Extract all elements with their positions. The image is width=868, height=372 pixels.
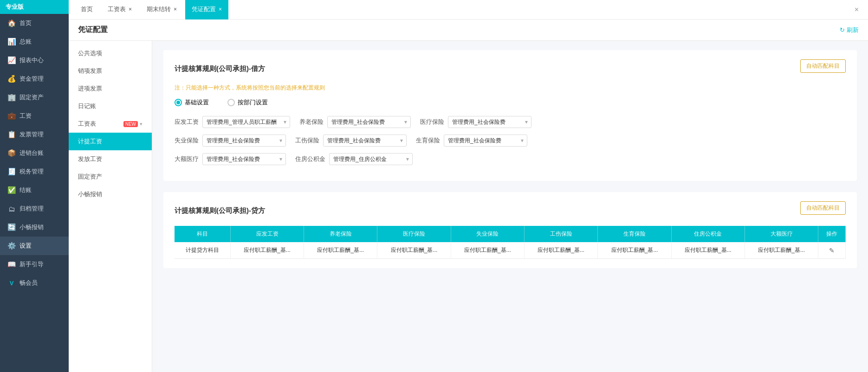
tab-period-closing[interactable]: 期末结转 ×	[140, 0, 183, 19]
field-shengyu: 生育保险 管理费用_社会保险费	[416, 135, 527, 147]
credit-section: 计提核算规则(公司承担)-贷方 自动匹配科目 科目 应发工资 养老保险 医疗保险…	[163, 192, 857, 268]
close-tab-voucher-icon[interactable]: ×	[219, 6, 222, 13]
select-dae[interactable]: 管理费用_社会保险费	[202, 153, 286, 165]
sidebar-item-tax[interactable]: 🧾 税务管理	[0, 162, 69, 181]
sidebar-item-closing[interactable]: ✅ 结账	[0, 181, 69, 199]
tab-bar: 首页 工资表 × 期末结转 × 凭证配置 × ×	[69, 0, 868, 19]
debit-section: 计提核算规则(公司承担)-借方 自动匹配科目 注：只能选择一种方式，系统将按照您…	[163, 50, 857, 181]
col-subject: 科目	[175, 226, 230, 242]
sidebar-item-archive[interactable]: 🗂 归档管理	[0, 199, 69, 218]
label-yanglao: 养老保险	[299, 118, 324, 126]
nav-xiaochang-expense[interactable]: 小畅报销	[69, 186, 152, 203]
select-dae-wrapper: 管理费用_社会保险费	[202, 153, 286, 165]
col-shiye: 失业保险	[451, 226, 524, 242]
sidebar-item-fixed-assets[interactable]: 🏢 固定资产	[0, 88, 69, 107]
nav-payroll-table[interactable]: 工资表 NEW ▾	[69, 115, 152, 133]
sidebar-item-purchase-sales[interactable]: 📦 进销台账	[0, 144, 69, 162]
col-yiliao: 医疗保险	[377, 226, 451, 242]
radio-basic-setup[interactable]: 基础设置	[175, 98, 209, 107]
label-gongshang: 工伤保险	[295, 136, 319, 145]
cell-yiliao: 应付职工薪酬_基...	[377, 242, 451, 259]
sidebar-item-settings[interactable]: ⚙️ 设置	[0, 237, 69, 255]
sidebar-item-report-center[interactable]: 📈 报表中心	[0, 51, 69, 70]
archive-icon: 🗂	[7, 205, 16, 213]
tab-voucher-config[interactable]: 凭证配置 ×	[185, 0, 228, 19]
col-gongjijin: 住房公积金	[671, 226, 745, 242]
cell-yanglao: 应付职工薪酬_基...	[304, 242, 377, 259]
sidebar-item-member[interactable]: V 畅会员	[0, 274, 69, 292]
field-dae-yiliao: 大额医疗 管理费用_社会保险费	[175, 153, 286, 165]
select-yanglao[interactable]: 管理费用_社会保险费	[327, 116, 411, 128]
col-action: 操作	[818, 226, 846, 242]
tax-icon: 🧾	[7, 167, 16, 176]
sidebar-item-home[interactable]: 🏠 首页	[0, 14, 69, 32]
debit-note: 注：只能选择一种方式，系统将按照您当前的选择来配置规则	[175, 84, 846, 92]
nav-debit-invoice[interactable]: 进项发票	[69, 80, 152, 97]
select-shengyu[interactable]: 管理费用_社会保险费	[444, 135, 527, 147]
closing-icon: ✅	[7, 186, 16, 194]
report-icon: 📈	[7, 56, 16, 64]
close-tab-period-icon[interactable]: ×	[174, 6, 177, 13]
col-shengyu: 生育保险	[598, 226, 671, 242]
sidebar-item-label: 工资	[19, 112, 32, 120]
nav-payroll-issue[interactable]: 发放工资	[69, 150, 152, 168]
label-dae: 大额医疗	[175, 155, 199, 163]
table-header-row: 科目 应发工资 养老保险 医疗保险 失业保险 工伤保险 生育保险 住房公积金 大…	[175, 226, 846, 242]
nav-fixed-assets[interactable]: 固定资产	[69, 168, 152, 186]
payroll-icon: 💼	[7, 112, 16, 120]
select-yiliao-wrapper: 管理费用_社会保险费	[448, 116, 531, 128]
radio-dept-setup[interactable]: 按部门设置	[227, 98, 268, 107]
debit-section-top: 计提核算规则(公司承担)-借方 自动匹配科目	[175, 59, 846, 78]
credit-auto-match-button[interactable]: 自动匹配科目	[800, 201, 846, 215]
select-yingfa[interactable]: 管理费用_管理人员职工薪酬	[202, 116, 290, 128]
edit-icon[interactable]: ✎	[829, 247, 835, 254]
sidebar-item-xiaochang-report[interactable]: 🔄 小畅报销	[0, 218, 69, 237]
label-yingfa: 应发工资	[175, 118, 199, 126]
nav-journal[interactable]: 日记账	[69, 97, 152, 115]
main-area: 首页 工资表 × 期末结转 × 凭证配置 × × 凭证配置 ↻ 刷新 公共选项	[69, 0, 868, 372]
sidebar-item-label: 进销台账	[19, 149, 44, 157]
sidebar-item-label: 报表中心	[19, 56, 44, 64]
sidebar-item-guide[interactable]: 📖 新手引导	[0, 255, 69, 274]
window-close-icon[interactable]: ×	[851, 6, 862, 14]
sidebar-item-label: 税务管理	[19, 167, 44, 176]
tab-payroll-table[interactable]: 工资表 ×	[101, 0, 138, 19]
nav-credit-invoice[interactable]: 销项发票	[69, 62, 152, 80]
sidebar-item-label: 总账	[19, 38, 32, 46]
select-shiye[interactable]: 管理费用_社会保险费	[202, 135, 286, 147]
nav-payroll-calc[interactable]: 计提工资	[69, 133, 152, 150]
sidebar-item-payroll[interactable]: 💼 工资	[0, 107, 69, 125]
select-gongshang[interactable]: 管理费用_社会保险费	[323, 135, 407, 147]
cell-subject: 计提贷方科目	[175, 242, 230, 259]
close-tab-payroll-icon[interactable]: ×	[129, 6, 132, 13]
page-header: 凭证配置 ↻ 刷新	[69, 19, 868, 41]
sidebar-item-label: 畅会员	[19, 279, 38, 287]
invoice-icon: 📋	[7, 130, 16, 139]
sidebar-item-label: 固定资产	[19, 93, 44, 102]
refresh-button[interactable]: ↻ 刷新	[840, 26, 859, 34]
tab-payroll-label: 工资表	[108, 5, 126, 13]
select-gongjijin[interactable]: 管理费用_住房公积金	[329, 153, 413, 165]
radio-dept-label: 按部门设置	[238, 98, 268, 107]
sidebar-item-invoice-management[interactable]: 📋 发票管理	[0, 125, 69, 144]
debit-section-title: 计提核算规则(公司承担)-借方	[175, 64, 265, 73]
credit-table: 科目 应发工资 养老保险 医疗保险 失业保险 工伤保险 生育保险 住房公积金 大…	[175, 226, 846, 259]
nav-public-options[interactable]: 公共选项	[69, 45, 152, 62]
cell-yingfa: 应付职工薪酬_基...	[230, 242, 304, 259]
credit-section-top: 计提核算规则(公司承担)-贷方 自动匹配科目	[175, 201, 846, 220]
purchase-icon: 📦	[7, 149, 16, 157]
right-content: 计提核算规则(公司承担)-借方 自动匹配科目 注：只能选择一种方式，系统将按照您…	[152, 41, 868, 372]
tab-home[interactable]: 首页	[74, 0, 99, 19]
sidebar-item-label: 新手引导	[19, 260, 44, 269]
refresh-icon: ↻	[840, 26, 845, 33]
debit-auto-match-button[interactable]: 自动匹配科目	[800, 59, 846, 73]
tab-voucher-label: 凭证配置	[192, 5, 216, 13]
field-gongjijin: 住房公积金 管理费用_住房公积金	[295, 153, 413, 165]
col-gongshang: 工伤保险	[525, 226, 598, 242]
select-yiliao[interactable]: 管理费用_社会保险费	[448, 116, 531, 128]
cell-shiye: 应付职工薪酬_基...	[451, 242, 524, 259]
sidebar-item-general-ledger[interactable]: 📊 总账	[0, 32, 69, 51]
sidebar-item-label: 发票管理	[19, 130, 44, 139]
sidebar-item-fund-management[interactable]: 💰 资金管理	[0, 70, 69, 88]
cell-action[interactable]: ✎	[818, 242, 846, 259]
